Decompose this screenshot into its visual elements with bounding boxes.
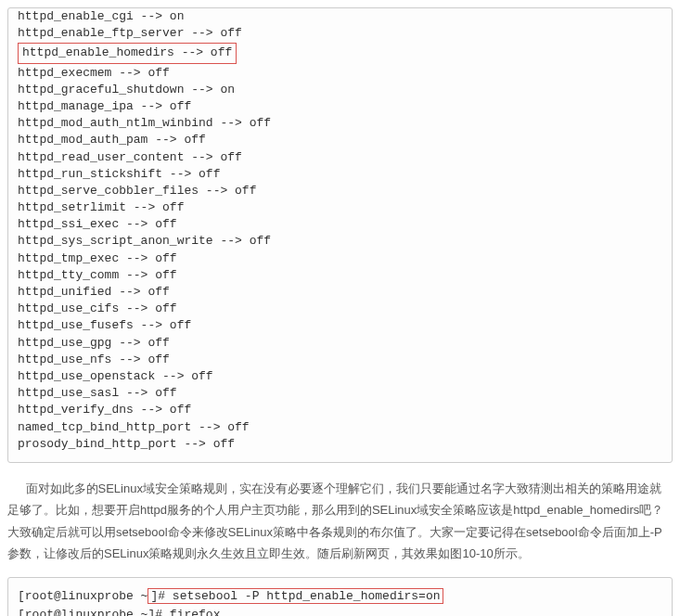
selinux-boolean-line: httpd_run_stickshift --> off [18,166,662,183]
selinux-boolean-line: httpd_read_user_content --> off [18,149,662,166]
highlighted-boolean: httpd_enable_homedirs --> off [18,43,237,63]
selinux-boolean-line: httpd_ssi_exec --> off [18,216,662,233]
selinux-boolean-line: httpd_mod_auth_pam --> off [18,132,662,148]
selinux-boolean-line: httpd_use_nfs --> off [18,352,662,368]
terminal-commands: [root@linuxprobe ~]# setsebool -P httpd_… [7,577,673,616]
selinux-booleans-output: httpd_enable_cgi --> onhttpd_enable_ftp_… [7,7,673,463]
selinux-boolean-line: httpd_enable_ftp_server --> off [18,25,662,42]
terminal-line-firefox: [root@linuxprobe ~]# firefox [18,606,662,616]
selinux-boolean-line: httpd_use_gpg --> off [18,335,662,352]
selinux-boolean-line: httpd_mod_auth_ntlm_winbind --> off [18,115,662,132]
selinux-boolean-line: httpd_sys_script_anon_write --> off [18,233,662,250]
selinux-boolean-line: httpd_unified --> off [18,284,662,301]
selinux-boolean-line: httpd_tty_comm --> off [18,267,662,284]
selinux-boolean-line: prosody_bind_http_port --> off [18,436,662,453]
selinux-boolean-line: httpd_manage_ipa --> off [18,98,662,115]
selinux-boolean-line: httpd_graceful_shutdown --> on [18,82,662,98]
selinux-boolean-line: httpd_tmp_exec --> off [18,250,662,267]
selinux-boolean-line: httpd_serve_cobbler_files --> off [18,183,662,199]
selinux-boolean-line: httpd_verify_dns --> off [18,402,662,418]
selinux-boolean-line: httpd_use_sasl --> off [18,385,662,402]
selinux-boolean-line: httpd_use_cifs --> off [18,301,662,317]
selinux-boolean-line: named_tcp_bind_http_port --> off [18,419,662,436]
selinux-boolean-line: httpd_execmem --> off [18,65,662,82]
selinux-boolean-line: httpd_setrlimit --> off [18,199,662,216]
shell-prompt: [root@linuxprobe ~ [18,589,148,603]
highlighted-command: ]# setsebool -P httpd_enable_homedirs=on [148,588,443,604]
selinux-boolean-line: httpd_enable_cgi --> on [18,8,662,25]
explanation-paragraph: 面对如此多的SELinux域安全策略规则，实在没有必要逐个理解它们，我们只要能通… [7,478,673,565]
selinux-boolean-line: httpd_enable_homedirs --> off [18,42,662,64]
terminal-line-setsebool: [root@linuxprobe ~]# setsebool -P httpd_… [18,587,662,606]
selinux-boolean-line: httpd_use_fusefs --> off [18,317,662,334]
selinux-boolean-line: httpd_use_openstack --> off [18,368,662,385]
